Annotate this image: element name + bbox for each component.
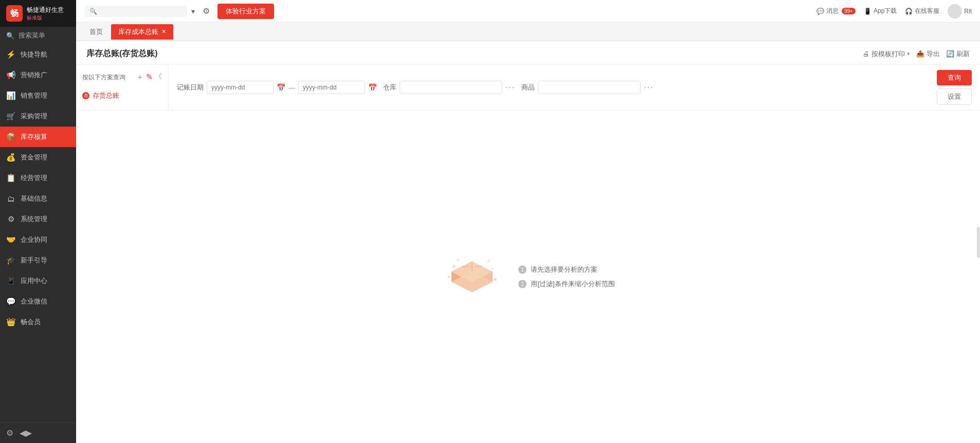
enterprise-icon: 🤝 [6, 235, 15, 244]
sidebar-item-vip[interactable]: 👑 畅会员 [0, 312, 76, 332]
sidebar-item-basics[interactable]: 🗂 基础信息 [0, 188, 76, 209]
page-header: 库存总账(存货总账) 🖨 按模板打印 ▾ 📤 导出 🔄 刷新 [76, 41, 980, 65]
query-sidebar-actions: ＋ ✎ 《 [136, 72, 162, 83]
industry-btn[interactable]: 体验行业方案 [217, 4, 274, 19]
tab-home[interactable]: 首页 [82, 24, 110, 40]
sidebar: 畅 畅捷通好生意 标准版 🔍 搜索菜单 ⚡ 快捷导航 📢 营销推广 📊 销售管理… [0, 0, 76, 443]
inventory-icon: 📦 [6, 132, 15, 141]
system-icon: ⚙ [6, 215, 15, 224]
print-icon: 🖨 [863, 50, 869, 58]
goods-more-icon[interactable]: ··· [644, 83, 654, 92]
online-service-btn[interactable]: 🎧 在线客服 [905, 7, 939, 15]
search-menu[interactable]: 🔍 搜索菜单 [0, 27, 76, 44]
date-from-input[interactable] [207, 81, 274, 94]
query-section: 按以下方案查询 ＋ ✎ 《 存 存货总账 记账日期 📅 [76, 65, 980, 111]
warehouse-more-icon[interactable]: ··· [505, 83, 515, 92]
warehouse-input[interactable] [400, 81, 502, 94]
main-area: 🔍 ▾ ⚙ 体验行业方案 💬 消息 99+ 📱 App下载 🎧 在线客服 [76, 0, 980, 443]
query-filters: 记账日期 📅 — 📅 仓库 ··· 商品 ··· [169, 65, 929, 110]
vip-icon: 👑 [6, 317, 15, 327]
logo-icon: 畅 [6, 5, 23, 22]
sidebar-item-inventory[interactable]: 📦 库存核算 [0, 127, 76, 147]
sales-icon: 📊 [6, 91, 15, 100]
date-to-input[interactable] [298, 81, 365, 94]
refresh-btn[interactable]: 🔄 刷新 [946, 49, 970, 59]
print-template-btn[interactable]: 🖨 按模板打印 ▾ [863, 49, 910, 59]
quick-nav-icon: ⚡ [6, 50, 15, 59]
print-dropdown-icon[interactable]: ▾ [907, 50, 910, 57]
settings-button[interactable]: 设置 [937, 88, 972, 105]
right-scroll-indicator[interactable] [977, 227, 980, 258]
topbar-dropdown-icon[interactable]: ▾ [191, 7, 195, 15]
user-avatar [948, 4, 962, 19]
sidebar-item-marketing[interactable]: 📢 营销推广 [0, 65, 76, 85]
topbar-search-icon: 🔍 [89, 8, 97, 15]
empty-state: 1 请先选择要分析的方案 2 用[过滤]条件来缩小分析范围 [76, 111, 980, 443]
marketing-icon: 📢 [6, 70, 15, 80]
sidebar-item-business[interactable]: 📋 经营管理 [0, 168, 76, 188]
goods-input[interactable] [538, 81, 641, 94]
basics-icon: 🗂 [6, 194, 15, 203]
tab-inventory-ledger[interactable]: 库存成本总账 ✕ [111, 24, 173, 40]
content-area: 库存总账(存货总账) 🖨 按模板打印 ▾ 📤 导出 🔄 刷新 [76, 41, 980, 443]
add-schema-btn[interactable]: ＋ [136, 72, 144, 83]
newbie-icon: 🎓 [6, 256, 15, 265]
empty-text: 1 请先选择要分析的方案 2 用[过滤]条件来缩小分析范围 [518, 265, 614, 289]
date-to-calendar-icon[interactable]: 📅 [368, 83, 377, 92]
topbar-settings-btn[interactable]: ⚙ [199, 4, 213, 19]
sidebar-item-purchase[interactable]: 🛒 采购管理 [0, 106, 76, 127]
sidebar-settings-btn[interactable]: ⚙ [6, 428, 13, 438]
svg-line-10 [457, 259, 459, 261]
sidebar-nav: ⚡ 快捷导航 📢 营销推广 📊 销售管理 🛒 采购管理 📦 库存核算 💰 资金管… [0, 44, 76, 422]
apps-icon: 📱 [6, 276, 15, 286]
app-download-btn[interactable]: 📱 App下载 [864, 7, 897, 15]
svg-point-7 [492, 268, 494, 270]
svg-point-6 [452, 265, 456, 268]
user-avatar-btn[interactable]: Rit [948, 4, 972, 19]
refresh-icon: 🔄 [946, 50, 954, 58]
query-sidebar: 按以下方案查询 ＋ ✎ 《 存 存货总账 [76, 65, 169, 110]
business-icon: 📋 [6, 173, 15, 183]
schema-item-inventory[interactable]: 存 存货总账 [76, 87, 168, 104]
svg-point-9 [494, 278, 497, 281]
topbar: 🔍 ▾ ⚙ 体验行业方案 💬 消息 99+ 📱 App下载 🎧 在线客服 [76, 0, 980, 23]
sidebar-item-sales[interactable]: 📊 销售管理 [0, 85, 76, 106]
sidebar-item-wechat[interactable]: 💬 企业微信 [0, 291, 76, 312]
app-download-icon: 📱 [864, 8, 872, 15]
collapse-schema-btn[interactable]: 《 [155, 72, 162, 83]
edit-schema-btn[interactable]: ✎ [146, 72, 153, 83]
empty-tip-1: 1 请先选择要分析的方案 [518, 265, 614, 274]
sidebar-item-newbie[interactable]: 🎓 新手引导 [0, 250, 76, 271]
query-btn-group: 查询 设置 [929, 65, 980, 110]
sidebar-item-enterprise[interactable]: 🤝 企业协同 [0, 229, 76, 250]
empty-illustration [441, 246, 503, 308]
tab-close-icon[interactable]: ✕ [161, 28, 166, 35]
empty-svg [441, 246, 503, 308]
topbar-search-box[interactable]: 🔍 [84, 6, 187, 17]
sidebar-toggle-btn[interactable]: ◀▶ [20, 428, 32, 438]
logo-text: 畅捷通好生意 标准版 [27, 6, 64, 22]
purchase-icon: 🛒 [6, 112, 15, 121]
query-button[interactable]: 查询 [937, 70, 972, 85]
headset-icon: 🎧 [905, 8, 913, 15]
sidebar-bottom: ⚙ ◀▶ [0, 422, 76, 443]
search-icon: 🔍 [6, 32, 14, 40]
sidebar-item-system[interactable]: ⚙ 系统管理 [0, 209, 76, 229]
svg-point-8 [448, 276, 450, 278]
date-filter-group: 记账日期 📅 — 📅 [177, 81, 377, 94]
topbar-right: 💬 消息 99+ 📱 App下载 🎧 在线客服 Rit [816, 4, 972, 19]
wechat-icon: 💬 [6, 297, 15, 306]
topbar-left: 🔍 ▾ ⚙ 体验行业方案 [84, 4, 274, 19]
message-btn[interactable]: 💬 消息 99+ [816, 7, 856, 15]
goods-filter-group: 商品 ··· [521, 81, 654, 94]
export-btn[interactable]: 📤 导出 [916, 49, 940, 59]
sidebar-item-quick-nav[interactable]: ⚡ 快捷导航 [0, 44, 76, 65]
message-icon: 💬 [816, 8, 824, 15]
date-from-calendar-icon[interactable]: 📅 [277, 83, 285, 92]
warehouse-filter-group: 仓库 ··· [383, 81, 515, 94]
sidebar-item-apps[interactable]: 📱 应用中心 [0, 271, 76, 291]
page-actions: 🖨 按模板打印 ▾ 📤 导出 🔄 刷新 [863, 49, 970, 59]
sidebar-logo: 畅 畅捷通好生意 标准版 [0, 0, 76, 27]
finance-icon: 💰 [6, 153, 15, 162]
sidebar-item-finance[interactable]: 💰 资金管理 [0, 147, 76, 168]
